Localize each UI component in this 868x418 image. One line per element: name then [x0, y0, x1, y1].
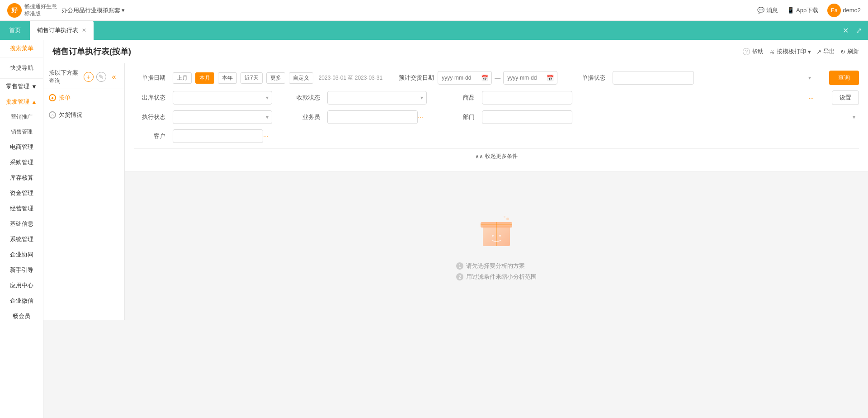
export-button[interactable]: ↗ 导出	[816, 48, 835, 56]
app-download-label: App下载	[796, 6, 818, 14]
date-btn-last-month[interactable]: 上月	[173, 72, 192, 84]
sidebar-wholesale-label: 批发管理	[6, 98, 29, 106]
date-btn-this-year[interactable]: 本年	[218, 72, 237, 84]
print-button[interactable]: 🖨 按模板打印 ▾	[769, 48, 811, 56]
avatar: Ea	[827, 4, 841, 17]
empty-tip-2: 2 用过滤条件来缩小分析范围	[456, 273, 537, 281]
empty-illustration	[474, 208, 519, 253]
sidebar-search[interactable]: 搜索菜单	[0, 40, 43, 57]
collapse-icon: «	[112, 73, 116, 81]
left-panel-collapse-button[interactable]: «	[109, 72, 119, 82]
content-area: 销售订单执行表(按单) ? 帮助 🖨 按模板打印 ▾ ↗ 导出	[43, 40, 868, 418]
salesperson-field: ···	[327, 110, 427, 124]
expected-date-end[interactable]	[503, 71, 557, 85]
goods-dots-icon[interactable]: ···	[808, 94, 814, 101]
sidebar-item-wechat[interactable]: 企业微信	[0, 293, 43, 309]
collection-select[interactable]	[327, 91, 427, 104]
sidebar-item-quick-nav[interactable]: 快捷导航	[0, 60, 43, 76]
sidebar-operations-label: 经营管理	[10, 204, 33, 213]
sidebar-item-inventory[interactable]: 库存核算	[0, 170, 43, 185]
search-button[interactable]: 查询	[829, 71, 859, 85]
svg-point-7	[492, 235, 494, 237]
message-icon: 💬	[757, 7, 764, 14]
left-panel-edit-button[interactable]: ✎	[96, 72, 106, 82]
refresh-button[interactable]: ↻ 刷新	[840, 48, 859, 56]
filter-row-2: 出库状态 ▾ 收款状态 ▾ 商品 ···	[134, 90, 859, 105]
exec-select[interactable]	[173, 110, 272, 124]
collection-label: 收款状态	[288, 94, 320, 102]
message-label: 消息	[766, 6, 778, 14]
page-header-row: 销售订单执行表(按单) ? 帮助 🖨 按模板打印 ▾ ↗ 导出	[52, 46, 859, 63]
single-date-label: 单据日期	[134, 74, 165, 82]
message-button[interactable]: 💬 消息	[757, 6, 778, 14]
sidebar: 搜索菜单 快捷导航 零售管理 ▼ 批发管理 ▲ 营销推广 销售管理	[0, 40, 43, 418]
customer-dots-icon[interactable]: ···	[263, 133, 269, 140]
tab-close-icon[interactable]: ✕	[82, 27, 86, 33]
sidebar-item-operations[interactable]: 经营管理	[0, 201, 43, 216]
salesperson-input[interactable]	[327, 110, 418, 124]
tab-restore-button[interactable]: ⤢	[854, 24, 863, 37]
by-order-label: 按单	[59, 94, 71, 102]
sidebar-item-member[interactable]: 畅会员	[0, 309, 43, 324]
page-title: 销售订单执行表(按单)	[52, 46, 131, 57]
sidebar-retail-label: 零售管理	[6, 82, 29, 90]
sidebar-search-label: 搜索菜单	[10, 45, 33, 52]
left-panel-item-by-order[interactable]: ● 按单	[43, 89, 124, 106]
app-title-dropdown[interactable]: 办公用品行业模拟账套 ▾	[61, 6, 125, 14]
left-panel-item-by-debt[interactable]: ○ 欠货情况	[43, 106, 124, 124]
left-panel-add-button[interactable]: +	[84, 72, 94, 82]
sidebar-sales-mgmt-label: 销售管理	[11, 128, 33, 135]
help-button[interactable]: ? 帮助	[743, 48, 764, 56]
customer-field: ···	[173, 129, 272, 143]
exec-label: 执行状态	[134, 113, 165, 121]
status-chevron-icon: ▾	[808, 75, 811, 81]
print-icon: 🖨	[769, 48, 775, 55]
tab-sales-order[interactable]: 销售订单执行表 ✕	[30, 21, 94, 40]
goods-input[interactable]	[482, 91, 572, 104]
date-btn-more[interactable]: 更多	[266, 72, 285, 84]
salesperson-dots-icon[interactable]: ···	[418, 114, 423, 121]
tab-close-all-button[interactable]: ✕	[841, 24, 850, 37]
sidebar-item-wholesale[interactable]: 批发管理 ▲	[0, 94, 43, 109]
sidebar-item-newbie[interactable]: 新手引导	[0, 262, 43, 278]
sidebar-item-marketing[interactable]: 营销推广	[0, 109, 43, 124]
tip-1-text: 请先选择要分析的方案	[466, 262, 525, 270]
sidebar-item-basic[interactable]: 基础信息	[0, 216, 43, 232]
top-bar-left: 好 畅捷通好生意 标准版 办公用品行业模拟账套 ▾	[7, 3, 125, 18]
sidebar-item-coop[interactable]: 企业协同	[0, 247, 43, 262]
main-content: 按以下方案查询 + ✎ « ● 按单	[43, 63, 868, 320]
status-select[interactable]	[613, 71, 694, 85]
outbound-label: 出库状态	[134, 94, 165, 102]
date-btn-last-7-days[interactable]: 近7天	[241, 72, 263, 84]
sidebar-item-ecommerce[interactable]: 电商管理	[0, 139, 43, 155]
outbound-select[interactable]	[173, 91, 272, 104]
empty-tip-1: 1 请先选择要分析的方案	[456, 262, 537, 270]
dept-select[interactable]	[482, 110, 572, 124]
sidebar-item-apps[interactable]: 应用中心	[0, 278, 43, 293]
print-arrow-icon: ▾	[808, 48, 811, 55]
sidebar-item-finance[interactable]: 资金管理	[0, 185, 43, 201]
tip-2-text: 用过滤条件来缩小分析范围	[466, 273, 537, 281]
sidebar-item-purchase[interactable]: 采购管理	[0, 155, 43, 170]
user-menu[interactable]: Ea demo2	[827, 4, 861, 17]
tip-2-num: 2	[456, 273, 463, 280]
app-download-button[interactable]: 📱 App下载	[787, 6, 818, 14]
settings-button[interactable]: 设置	[832, 90, 859, 105]
date-btn-this-month[interactable]: 本月	[195, 72, 214, 84]
expected-date-label: 预计交货日期	[399, 74, 430, 82]
expected-date-start[interactable]	[438, 71, 492, 85]
tab-home[interactable]: 首页	[0, 21, 30, 40]
customer-input[interactable]	[173, 129, 263, 143]
date-btn-custom[interactable]: 自定义	[289, 72, 313, 84]
sidebar-inventory-label: 库存核算	[10, 174, 33, 182]
goods-field: ···	[482, 91, 817, 104]
empty-tips: 1 请先选择要分析的方案 2 用过滤条件来缩小分析范围	[456, 262, 537, 284]
app-download-icon: 📱	[787, 7, 794, 14]
refresh-label: 刷新	[847, 48, 859, 56]
exec-field: ▾	[173, 110, 272, 124]
sidebar-item-system[interactable]: 系统管理	[0, 232, 43, 247]
collapse-more-button[interactable]: ∧∧ 收起更多条件	[134, 148, 859, 164]
svg-point-6	[504, 216, 505, 218]
sidebar-item-sales-mgmt[interactable]: 销售管理	[0, 124, 43, 139]
sidebar-item-retail[interactable]: 零售管理 ▼	[0, 79, 43, 94]
